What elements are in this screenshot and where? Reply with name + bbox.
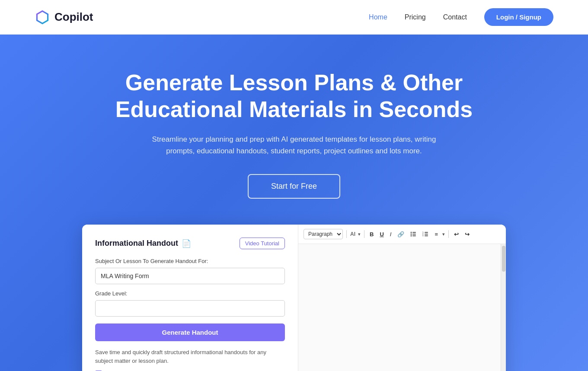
- ai-label: AI: [350, 231, 355, 237]
- copilot-logo-icon: [35, 10, 50, 25]
- ai-chevron-icon: ▾: [358, 231, 361, 237]
- start-for-free-button[interactable]: Start for Free: [248, 174, 340, 199]
- logo-area: Copilot: [35, 10, 93, 25]
- mockup-form-panel: Informational Handout 📄 Video Tutorial S…: [82, 225, 298, 371]
- nav-home[interactable]: Home: [369, 13, 387, 21]
- svg-point-0: [411, 231, 412, 233]
- nav-pricing[interactable]: Pricing: [405, 13, 426, 21]
- handout-title-text: Informational Handout: [95, 239, 178, 248]
- toolbar-separator-3: [448, 230, 449, 238]
- scrollbar-thumb[interactable]: [502, 246, 505, 272]
- toolbar-separator-2: [364, 230, 364, 238]
- subject-input[interactable]: [95, 268, 285, 284]
- nav-contact[interactable]: Contact: [443, 13, 467, 21]
- header: Copilot Home Pricing Contact Login / Sig…: [0, 0, 588, 35]
- doc-icon: 📄: [182, 239, 191, 248]
- app-mockup: Informational Handout 📄 Video Tutorial S…: [82, 225, 506, 371]
- svg-text:3.: 3.: [422, 235, 424, 237]
- subject-label: Subject Or Lesson To Generate Handout Fo…: [95, 258, 285, 264]
- grade-input[interactable]: [95, 300, 285, 317]
- bullet-list-button[interactable]: [409, 230, 418, 239]
- bold-button[interactable]: B: [368, 230, 375, 238]
- svg-point-4: [411, 235, 412, 236]
- svg-rect-3: [412, 234, 416, 235]
- align-button[interactable]: ≡: [433, 230, 440, 238]
- editor-scrollbar[interactable]: [501, 244, 506, 371]
- svg-point-2: [411, 233, 412, 235]
- svg-rect-9: [425, 234, 428, 235]
- main-nav: Home Pricing Contact Login / Signup: [369, 8, 553, 26]
- editor-toolbar: Paragraph AI ▾ B U I 🔗 1.2.3. ≡ ▾: [298, 225, 506, 244]
- mockup-title: Informational Handout 📄: [95, 239, 191, 248]
- logo-text: Copilot: [54, 10, 93, 24]
- generate-handout-button[interactable]: Generate Handout: [95, 323, 285, 341]
- link-button[interactable]: 🔗: [396, 230, 406, 238]
- toolbar-separator-1: [346, 230, 347, 238]
- svg-rect-7: [425, 232, 428, 233]
- mockup-description: Save time and quickly draft structured i…: [95, 348, 285, 365]
- hero-subtitle: Streamline your planning and prep with A…: [138, 133, 450, 157]
- video-tutorial-button[interactable]: Video Tutorial: [240, 238, 285, 249]
- mockup-editor-panel: Paragraph AI ▾ B U I 🔗 1.2.3. ≡ ▾: [298, 225, 506, 371]
- svg-rect-11: [425, 235, 428, 236]
- svg-rect-5: [412, 235, 416, 236]
- svg-rect-1: [412, 232, 416, 233]
- login-signup-button[interactable]: Login / Signup: [484, 8, 553, 26]
- grade-label: Grade Level:: [95, 290, 285, 297]
- redo-button[interactable]: ↪: [463, 230, 471, 238]
- hero-section: Generate Lesson Plans & Other Educationa…: [0, 35, 588, 371]
- numbered-list-button[interactable]: 1.2.3.: [421, 230, 430, 239]
- editor-body[interactable]: [298, 244, 501, 371]
- hero-title: Generate Lesson Plans & Other Educationa…: [108, 69, 480, 123]
- align-chevron-icon: ▾: [442, 231, 445, 237]
- undo-button[interactable]: ↩: [452, 230, 460, 238]
- underline-button[interactable]: U: [378, 230, 385, 238]
- mockup-header-row: Informational Handout 📄 Video Tutorial: [95, 238, 285, 249]
- italic-button[interactable]: I: [388, 230, 393, 238]
- paragraph-select[interactable]: Paragraph: [304, 229, 343, 239]
